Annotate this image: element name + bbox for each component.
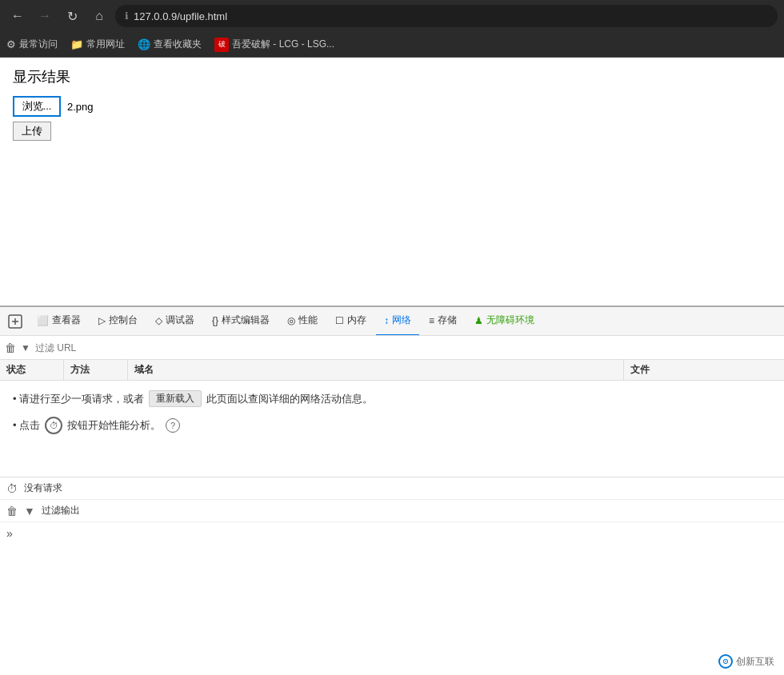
bookmark-label: 查看收藏夹	[154, 38, 202, 51]
tab-debugger[interactable]: ◇ 调试器	[147, 307, 202, 336]
lock-icon: ℹ	[125, 10, 129, 22]
header-domain: 域名	[128, 360, 624, 380]
no-requests-label: 没有请求	[24, 481, 62, 495]
back-button[interactable]: ←	[6, 5, 29, 27]
bookmark-wuai[interactable]: 破 吾爱破解 - LCG - LSG...	[214, 38, 334, 52]
tab-storage[interactable]: ≡ 存储	[421, 307, 465, 336]
filter-output-row: 🗑 ▼ 过滤输出	[0, 500, 784, 522]
bookmark-label: 吾爱破解 - LCG - LSG...	[232, 38, 334, 51]
perf-clock-icon: ⏱	[45, 417, 62, 434]
network-table-header: 状态 方法 域名 文件	[0, 360, 784, 381]
devtools-inspect-button[interactable]	[3, 314, 27, 329]
tab-label: 性能	[298, 314, 318, 327]
globe-icon: 🌐	[138, 38, 150, 50]
refresh-button[interactable]: ↻	[61, 5, 83, 27]
debugger-icon: ◇	[155, 315, 162, 326]
tab-label: 控制台	[109, 314, 138, 327]
help-icon[interactable]: ?	[166, 418, 180, 433]
upload-button[interactable]: 上传	[13, 122, 51, 141]
bookmarks-bar: ⚙ 最常访问 📁 常用网址 🌐 查看收藏夹 破 吾爱破解 - LCG - LSG…	[0, 32, 784, 58]
devtools-panel: ⬜ 查看器 ▷ 控制台 ◇ 调试器 {} 样式编辑器 ◎ 性能 ☐ 内存 ↕ 网…	[0, 306, 784, 545]
perf-prefix: • 点击	[13, 418, 40, 433]
network-body: • 请进行至少一项请求，或者 重新载入 此页面以查阅详细的网络活动信息。 • 点…	[0, 381, 784, 477]
address-bar[interactable]: ℹ 127.0.0.9/upfile.html	[115, 5, 778, 27]
performance-row: • 点击 ⏱ 按钮开始性能分析。 ?	[13, 417, 771, 434]
filter-icon: ▼	[21, 342, 30, 353]
browse-button[interactable]: 浏览...	[13, 96, 61, 117]
header-method: 方法	[64, 360, 128, 380]
tab-accessibility[interactable]: ♟ 无障碍环境	[466, 307, 542, 336]
perf-suffix: 按钮开始性能分析。	[67, 418, 161, 433]
tab-label: 查看器	[52, 314, 81, 327]
page-title: 显示结果	[13, 67, 771, 86]
bookmark-favorites[interactable]: 🌐 查看收藏夹	[138, 38, 202, 51]
watermark-text: 创新互联	[736, 655, 774, 669]
star-icon: ⚙	[6, 38, 16, 50]
clear-button[interactable]: 🗑	[5, 341, 16, 354]
address-text: 127.0.0.9/upfile.html	[134, 10, 227, 22]
request-message: • 请进行至少一项请求，或者 重新载入 此页面以查阅详细的网络活动信息。	[13, 390, 771, 407]
watermark-icon: ⊙	[718, 654, 733, 669]
devtools-toolbar: ⬜ 查看器 ▷ 控制台 ◇ 调试器 {} 样式编辑器 ◎ 性能 ☐ 内存 ↕ 网…	[0, 307, 784, 336]
chevron-icon[interactable]: »	[6, 527, 13, 540]
watermark: ⊙ 创新互联	[718, 654, 774, 669]
tab-label: 内存	[347, 314, 366, 327]
accessibility-icon: ♟	[474, 315, 483, 326]
browser-titlebar: ← → ↻ ⌂ ℹ 127.0.0.9/upfile.html	[0, 0, 784, 32]
header-status: 状态	[0, 360, 64, 380]
file-name: 2.png	[67, 101, 94, 113]
tab-label: 样式编辑器	[222, 314, 270, 327]
filter-output-label: 过滤输出	[42, 504, 80, 517]
no-requests-row: ⏱ 没有请求	[0, 477, 784, 500]
devtools-bottom: ⏱ 没有请求 🗑 ▼ 过滤输出 »	[0, 477, 784, 545]
tab-memory[interactable]: ☐ 内存	[327, 307, 374, 336]
tab-performance[interactable]: ◎ 性能	[279, 307, 326, 336]
trash-icon-bottom[interactable]: 🗑	[6, 505, 18, 517]
performance-icon: ◎	[287, 315, 295, 326]
reload-button[interactable]: 重新载入	[149, 390, 202, 407]
style-icon: {}	[212, 315, 218, 326]
tab-style[interactable]: {} 样式编辑器	[204, 307, 278, 336]
memory-icon: ☐	[335, 315, 344, 326]
filter-bar: 🗑 ▼	[0, 336, 784, 360]
storage-icon: ≡	[429, 315, 434, 326]
folder-icon: 📁	[70, 38, 83, 50]
bookmark-common-sites[interactable]: 📁 常用网址	[70, 38, 125, 51]
msg-prefix: • 请进行至少一项请求，或者	[13, 392, 144, 406]
home-button[interactable]: ⌂	[88, 5, 110, 27]
browser-chrome: ← → ↻ ⌂ ℹ 127.0.0.9/upfile.html ⚙ 最常访问 📁…	[0, 0, 784, 58]
inspector-icon: ⬜	[37, 315, 49, 326]
wuai-icon: 破	[214, 38, 229, 52]
msg-suffix: 此页面以查阅详细的网络活动信息。	[206, 392, 373, 406]
tab-label: 存储	[438, 314, 457, 327]
network-icon: ↕	[384, 315, 389, 326]
bookmark-most-visited[interactable]: ⚙ 最常访问	[6, 38, 58, 51]
bookmark-label: 最常访问	[19, 38, 58, 51]
tab-inspector[interactable]: ⬜ 查看器	[29, 307, 89, 336]
tab-label: 无障碍环境	[486, 314, 534, 327]
page-content: 显示结果 浏览... 2.png 上传	[0, 58, 784, 306]
tab-label: 调试器	[166, 314, 194, 327]
clock-icon: ⏱	[6, 482, 18, 495]
bookmark-label: 常用网址	[86, 38, 125, 51]
file-upload-row: 浏览... 2.png	[13, 96, 771, 117]
tab-console[interactable]: ▷ 控制台	[90, 307, 146, 336]
filter-input[interactable]	[35, 342, 779, 353]
forward-button[interactable]: →	[34, 5, 56, 27]
filter-icon-bottom[interactable]: ▼	[24, 505, 35, 517]
tab-label: 网络	[392, 314, 411, 327]
header-file: 文件	[624, 360, 784, 380]
bottom-status-row: »	[0, 522, 784, 545]
console-icon: ▷	[98, 315, 106, 326]
tab-network[interactable]: ↕ 网络	[376, 307, 419, 336]
